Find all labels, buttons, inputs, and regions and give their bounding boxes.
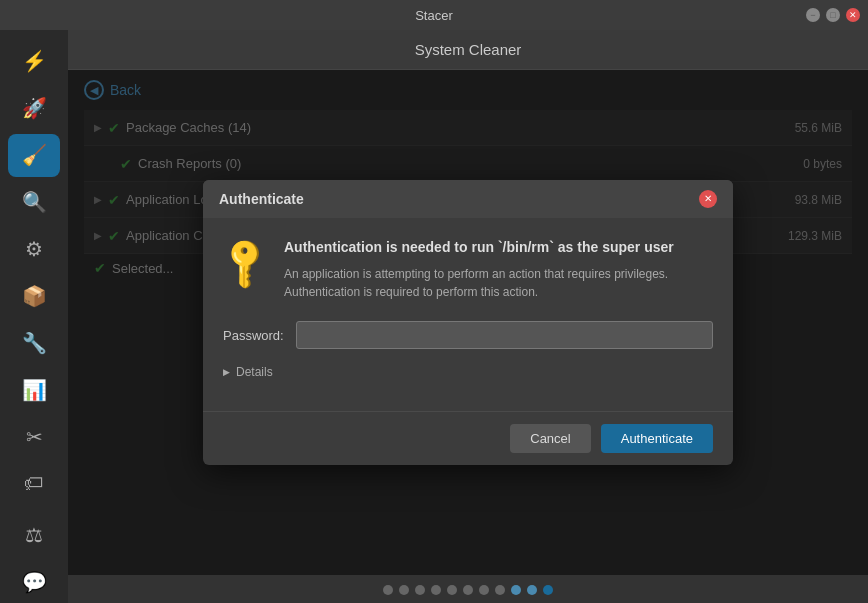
sidebar-item-cleaner[interactable]: 🧹 bbox=[8, 134, 60, 177]
sidebar-item-services[interactable]: ⚙ bbox=[8, 228, 60, 271]
page-title-bar: System Cleaner bbox=[68, 30, 868, 70]
app-title: Stacer bbox=[415, 8, 453, 23]
authenticate-modal: Authenticate ✕ 🔑 Authentication is neede… bbox=[203, 180, 733, 466]
cancel-button[interactable]: Cancel bbox=[510, 424, 590, 453]
sidebar-item-stats[interactable]: 📊 bbox=[8, 368, 60, 411]
sidebar-item-terminal[interactable]: 💬 bbox=[8, 560, 60, 603]
modal-footer: Cancel Authenticate bbox=[203, 411, 733, 465]
sidebar-item-startup[interactable]: 🚀 bbox=[8, 87, 60, 130]
details-arrow-icon: ▶ bbox=[223, 367, 230, 377]
modal-body: 🔑 Authentication is needed to run `/bin/… bbox=[203, 218, 733, 412]
dot-4[interactable] bbox=[431, 585, 441, 595]
sidebar: ⚡ 🚀 🧹 🔍 ⚙ 📦 🔧 📊 ✂ 🏷 ⚖ 💬 bbox=[0, 30, 68, 603]
authenticate-button[interactable]: Authenticate bbox=[601, 424, 713, 453]
content-area: ◀ Back ▶ ✔ Package Caches (14) 55.6 MiB … bbox=[68, 70, 868, 575]
close-button[interactable]: ✕ bbox=[846, 8, 860, 22]
dot-6[interactable] bbox=[463, 585, 473, 595]
modal-icon-row: 🔑 Authentication is needed to run `/bin/… bbox=[223, 238, 713, 302]
dot-11[interactable] bbox=[543, 585, 553, 595]
dot-9[interactable] bbox=[511, 585, 521, 595]
password-row: Password: bbox=[223, 321, 713, 349]
sidebar-item-tools[interactable]: ✂ bbox=[8, 415, 60, 458]
sidebar-item-dashboard[interactable]: ⚡ bbox=[8, 40, 60, 83]
page-title: System Cleaner bbox=[415, 41, 522, 58]
main-content: System Cleaner ◀ Back ▶ ✔ Package Caches… bbox=[68, 30, 868, 603]
sidebar-item-equalizer[interactable]: ⚖ bbox=[8, 513, 60, 556]
modal-close-button[interactable]: ✕ bbox=[699, 190, 717, 208]
dot-3[interactable] bbox=[415, 585, 425, 595]
modal-sub-text: An application is attempting to perform … bbox=[284, 265, 713, 301]
dot-8[interactable] bbox=[495, 585, 505, 595]
minimize-button[interactable]: − bbox=[806, 8, 820, 22]
pagination bbox=[68, 575, 868, 603]
modal-main-text: Authentication is needed to run `/bin/rm… bbox=[284, 238, 713, 258]
sidebar-item-search[interactable]: 🔍 bbox=[8, 181, 60, 224]
password-label: Password: bbox=[223, 328, 284, 343]
maximize-button[interactable]: □ bbox=[826, 8, 840, 22]
title-bar: Stacer − □ ✕ bbox=[0, 0, 868, 30]
password-input[interactable] bbox=[296, 321, 713, 349]
dot-1[interactable] bbox=[383, 585, 393, 595]
sidebar-item-apt[interactable]: 🏷 bbox=[8, 462, 60, 505]
dot-5[interactable] bbox=[447, 585, 457, 595]
modal-header: Authenticate ✕ bbox=[203, 180, 733, 218]
app-container: ⚡ 🚀 🧹 🔍 ⚙ 📦 🔧 📊 ✂ 🏷 ⚖ 💬 System Cleaner ◀… bbox=[0, 30, 868, 603]
dot-2[interactable] bbox=[399, 585, 409, 595]
sidebar-item-uninstaller[interactable]: 📦 bbox=[8, 275, 60, 318]
modal-overlay: Authenticate ✕ 🔑 Authentication is neede… bbox=[68, 70, 868, 575]
modal-text-block: Authentication is needed to run `/bin/rm… bbox=[284, 238, 713, 302]
dot-7[interactable] bbox=[479, 585, 489, 595]
details-toggle[interactable]: ▶ Details bbox=[223, 365, 713, 379]
sidebar-item-resources[interactable]: 🔧 bbox=[8, 322, 60, 365]
window-controls: − □ ✕ bbox=[806, 8, 860, 22]
details-label: Details bbox=[236, 365, 273, 379]
dot-10[interactable] bbox=[527, 585, 537, 595]
modal-title: Authenticate bbox=[219, 191, 304, 207]
key-icon: 🔑 bbox=[215, 232, 277, 294]
